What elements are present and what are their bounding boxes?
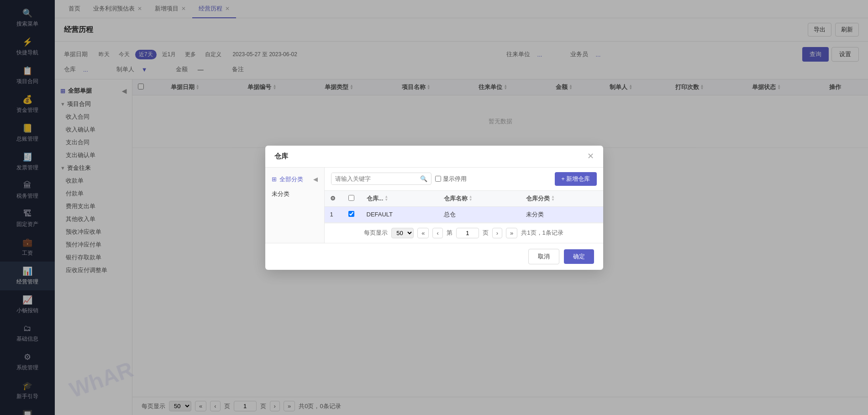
modal-th-name[interactable]: 仓库名称 ▲▼ bbox=[438, 191, 521, 207]
show-disabled-checkbox[interactable]: 显示停用 bbox=[435, 175, 467, 183]
modal-page-label: 第 bbox=[447, 229, 452, 237]
modal-page-input[interactable] bbox=[456, 228, 479, 238]
modal-th-code[interactable]: 仓库... ▲▼ bbox=[361, 191, 438, 207]
modal-search-box: 🔍 bbox=[331, 173, 431, 185]
modal-total-info: 共1页，1条记录 bbox=[521, 229, 563, 237]
modal-table-row[interactable]: 1 DEFAULT 总仓 未分类 bbox=[325, 206, 603, 222]
row-category: 未分类 bbox=[521, 206, 603, 222]
modal-prev-page-btn[interactable]: ‹ bbox=[432, 228, 442, 238]
modal-left-uncat-label: 未分类 bbox=[272, 190, 289, 198]
modal-pagination: 每页显示 50 « ‹ 第 页 › » 共1页，1条记录 bbox=[325, 223, 603, 243]
grid-icon: ⊞ bbox=[272, 176, 277, 183]
modal-page-size-label: 每页显示 bbox=[364, 229, 388, 237]
modal-page-size-select[interactable]: 50 bbox=[391, 228, 414, 238]
modal-next-page-btn[interactable]: › bbox=[492, 228, 502, 238]
modal-overlay[interactable]: 仓库 ✕ ⊞ 全部分类 ◀ 未分类 bbox=[0, 0, 868, 415]
modal-close-button[interactable]: ✕ bbox=[587, 152, 594, 160]
show-disabled-label: 显示停用 bbox=[443, 175, 467, 183]
collapse-left-icon[interactable]: ◀ bbox=[313, 176, 318, 183]
modal-right-panel: 🔍 显示停用 + 新增仓库 ⚙ bbox=[325, 168, 603, 243]
modal-table-wrap: ⚙ 仓库... ▲▼ bbox=[325, 191, 603, 223]
row-index: 1 bbox=[325, 206, 343, 222]
warehouse-modal: 仓库 ✕ ⊞ 全部分类 ◀ 未分类 bbox=[265, 146, 603, 270]
modal-th-checkbox bbox=[343, 191, 361, 207]
modal-cancel-button[interactable]: 取消 bbox=[528, 249, 559, 264]
modal-left-all-label: 全部分类 bbox=[279, 175, 303, 184]
settings-icon[interactable]: ⚙ bbox=[330, 195, 336, 202]
modal-title: 仓库 bbox=[274, 152, 288, 161]
modal-confirm-button[interactable]: 确定 bbox=[564, 249, 594, 264]
modal-last-page-btn[interactable]: » bbox=[506, 228, 517, 238]
modal-warehouse-table: ⚙ 仓库... ▲▼ bbox=[325, 191, 603, 223]
row-code: DEFAULT bbox=[361, 206, 438, 222]
modal-left-uncat[interactable]: 未分类 bbox=[265, 187, 324, 201]
modal-left-panel: ⊞ 全部分类 ◀ 未分类 bbox=[265, 168, 325, 243]
modal-page-label2: 页 bbox=[483, 229, 489, 237]
modal-search-input[interactable] bbox=[331, 173, 416, 184]
row-name: 总仓 bbox=[438, 206, 521, 222]
modal-footer: 取消 确定 bbox=[265, 243, 603, 270]
show-disabled-input[interactable] bbox=[435, 176, 441, 182]
modal-left-all-category[interactable]: ⊞ 全部分类 ◀ bbox=[265, 172, 324, 187]
modal-th-settings: ⚙ bbox=[325, 191, 343, 207]
modal-toolbar: 🔍 显示停用 + 新增仓库 bbox=[325, 168, 603, 191]
row-checkbox bbox=[343, 206, 361, 222]
modal-body: ⊞ 全部分类 ◀ 未分类 🔍 显示停用 bbox=[265, 168, 603, 243]
add-warehouse-button[interactable]: + 新增仓库 bbox=[555, 172, 596, 186]
modal-search-icon[interactable]: 🔍 bbox=[416, 173, 431, 184]
modal-header: 仓库 ✕ bbox=[265, 146, 603, 168]
row-select-checkbox[interactable] bbox=[348, 211, 354, 217]
modal-th-category[interactable]: 仓库分类 ▲▼ bbox=[521, 191, 603, 207]
modal-select-all[interactable] bbox=[348, 195, 354, 201]
modal-first-page-btn[interactable]: « bbox=[417, 228, 429, 238]
